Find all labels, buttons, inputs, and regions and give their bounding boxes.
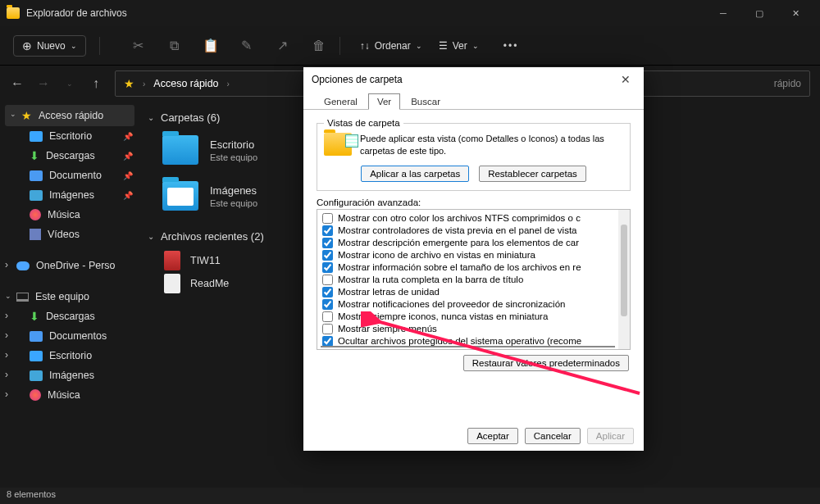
- archive-icon: [164, 251, 180, 270]
- dialog-close-button[interactable]: ✕: [616, 71, 636, 88]
- download-icon: ⬇: [30, 150, 39, 161]
- item-sub: Este equipo: [210, 152, 257, 162]
- breadcrumb-root[interactable]: Acceso rápido: [153, 78, 218, 89]
- advanced-label: Configuración avanzada:: [317, 198, 631, 207]
- advanced-settings-list[interactable]: Mostrar con otro color los archivos NTFS…: [317, 209, 631, 350]
- forward-button[interactable]: →: [36, 76, 51, 91]
- option-checkbox[interactable]: [322, 275, 333, 285]
- apply-to-folders-button[interactable]: Aplicar a las carpetas: [361, 166, 469, 182]
- sidebar-item-label: Descargas: [46, 150, 95, 161]
- reset-folders-button[interactable]: Restablecer carpetas: [479, 166, 586, 182]
- sidebar-item-images[interactable]: Imágenes📌: [0, 185, 139, 205]
- cut-icon[interactable]: ✂: [131, 39, 146, 53]
- sidebar-item-pc-documents[interactable]: Documentos: [0, 326, 139, 346]
- sidebar-item-label: Acceso rápido: [39, 110, 103, 121]
- plus-icon: ⊕: [22, 39, 32, 52]
- new-label: Nuevo: [37, 40, 66, 52]
- close-button[interactable]: ✕: [787, 5, 804, 21]
- cancel-button[interactable]: Cancelar: [525, 428, 581, 444]
- copy-icon[interactable]: ⧉: [167, 39, 182, 53]
- sidebar-item-label: Imágenes: [49, 370, 94, 381]
- sidebar-item-music[interactable]: Música: [0, 205, 139, 225]
- advanced-option[interactable]: Mostrar información sobre el tamaño de l…: [321, 261, 626, 274]
- advanced-option[interactable]: Mostrar icono de archivo en vistas en mi…: [321, 249, 626, 261]
- folder-views-group: Vistas de carpeta Puede aplicar esta vis…: [317, 118, 631, 191]
- option-checkbox[interactable]: [322, 262, 333, 273]
- sidebar-item-label: Escritorio: [49, 350, 92, 361]
- option-checkbox[interactable]: [322, 250, 333, 261]
- sidebar-item-onedrive[interactable]: OneDrive - Perso: [0, 256, 139, 275]
- restore-defaults-button[interactable]: Restaurar valores predeterminados: [463, 355, 629, 371]
- sidebar-item-label: Este equipo: [35, 291, 89, 302]
- separator: [99, 37, 100, 55]
- option-checkbox[interactable]: [322, 311, 333, 322]
- advanced-option[interactable]: Mostrar controladores de vista previa en…: [321, 225, 626, 237]
- option-label: Mostrar descripción emergente para los e…: [338, 238, 579, 247]
- advanced-option[interactable]: Mostrar con otro color los archivos NTFS…: [321, 212, 626, 225]
- up-button[interactable]: ↑: [89, 76, 103, 91]
- share-icon[interactable]: ↗: [276, 39, 290, 53]
- new-button[interactable]: ⊕ Nuevo ⌄: [13, 35, 86, 57]
- view-icon: ☰: [439, 40, 448, 52]
- star-icon: ★: [21, 109, 32, 122]
- option-checkbox[interactable]: [322, 213, 333, 224]
- back-button[interactable]: ←: [10, 76, 25, 91]
- paste-icon[interactable]: 📋: [203, 39, 218, 53]
- recent-locations-button[interactable]: ⌄: [62, 79, 77, 88]
- tab-search[interactable]: Buscar: [402, 93, 449, 110]
- advanced-option[interactable]: Mostrar letras de unidad: [321, 286, 626, 298]
- chevron-down-icon: ⌄: [416, 42, 422, 50]
- advanced-option[interactable]: Mostrar descripción emergente para los e…: [321, 237, 626, 249]
- file-name: TIW11: [190, 255, 221, 266]
- document-icon: [30, 331, 43, 342]
- sidebar-item-downloads[interactable]: ⬇Descargas📌: [0, 146, 139, 166]
- maximize-button[interactable]: ▢: [751, 5, 768, 21]
- option-checkbox[interactable]: [322, 324, 333, 334]
- more-button[interactable]: •••: [503, 40, 519, 52]
- sidebar-item-documents[interactable]: Documento📌: [0, 166, 139, 185]
- tab-general[interactable]: General: [315, 93, 367, 110]
- minimize-button[interactable]: ─: [715, 5, 731, 21]
- option-label: Mostrar controladores de vista previa en…: [338, 225, 577, 235]
- option-checkbox[interactable]: [322, 225, 333, 236]
- option-checkbox[interactable]: [322, 287, 333, 297]
- advanced-option[interactable]: Mostrar siempre menús: [321, 323, 626, 335]
- sort-button[interactable]: ↑↓ Ordenar ⌄: [360, 40, 422, 52]
- ok-button[interactable]: Aceptar: [467, 428, 518, 444]
- sort-icon: ↑↓: [360, 40, 370, 52]
- option-checkbox[interactable]: [322, 299, 333, 310]
- folder-view-icon: [324, 133, 352, 156]
- sidebar-item-pc-desktop[interactable]: Escritorio: [0, 346, 139, 366]
- advanced-option[interactable]: Mostrar siempre iconos, nunca vistas en …: [321, 311, 626, 323]
- sidebar-item-label: Documento: [49, 170, 102, 181]
- sort-label: Ordenar: [375, 40, 411, 52]
- rename-icon[interactable]: ✎: [239, 39, 254, 53]
- apply-button[interactable]: Aplicar: [587, 428, 634, 444]
- advanced-option[interactable]: Mostrar notificaciones del proveedor de …: [321, 298, 626, 311]
- option-label: Mostrar con otro color los archivos NTFS…: [338, 213, 581, 223]
- sidebar: ★ Acceso rápido Escritorio📌 ⬇Descargas📌 …: [0, 102, 139, 488]
- chevron-down-icon: ⌄: [472, 42, 479, 50]
- images-icon: [30, 370, 43, 381]
- folder-icon: [162, 135, 198, 165]
- sidebar-item-quick-access[interactable]: ★ Acceso rápido: [5, 105, 134, 126]
- tab-view[interactable]: Ver: [368, 93, 400, 110]
- scrollbar[interactable]: [618, 210, 630, 349]
- view-button[interactable]: ☰ Ver ⌄: [439, 40, 479, 52]
- sidebar-item-label: Música: [48, 209, 80, 220]
- option-checkbox[interactable]: [322, 238, 333, 248]
- music-icon: [30, 209, 41, 220]
- video-icon: [30, 229, 41, 240]
- sidebar-item-this-pc[interactable]: Este equipo: [0, 287, 139, 306]
- folder-views-text: Puede aplicar esta vista (como Detalles …: [360, 133, 623, 157]
- sidebar-item-videos[interactable]: Vídeos: [0, 225, 139, 244]
- delete-icon[interactable]: 🗑: [312, 39, 326, 53]
- sidebar-item-pc-images[interactable]: Imágenes: [0, 366, 139, 385]
- sidebar-item-desktop[interactable]: Escritorio📌: [0, 126, 139, 146]
- sidebar-item-pc-downloads[interactable]: ⬇Descargas: [0, 306, 139, 326]
- desktop-icon: [30, 351, 43, 361]
- sidebar-item-pc-music[interactable]: Música: [0, 385, 139, 405]
- option-label: Mostrar siempre iconos, nunca vistas en …: [338, 311, 548, 321]
- advanced-option[interactable]: Mostrar la ruta completa en la barra de …: [321, 274, 626, 286]
- toolbar: ⊕ Nuevo ⌄ ✂ ⧉ 📋 ✎ ↗ 🗑 ↑↓ Ordenar ⌄ ☰ Ver…: [0, 26, 820, 66]
